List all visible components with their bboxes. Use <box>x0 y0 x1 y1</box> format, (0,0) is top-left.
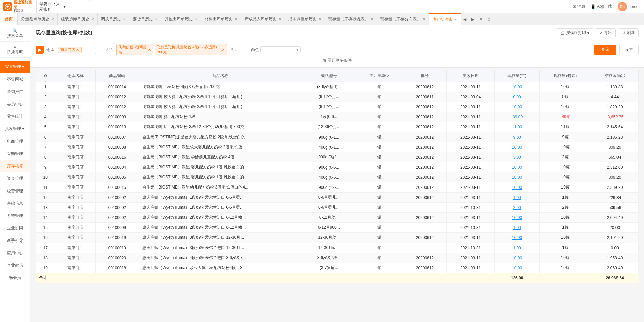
tab-close-icon[interactable]: ✕ <box>91 17 94 21</box>
sidebar-item-operation[interactable]: 经营管理 <box>0 185 30 197</box>
sidebar-item-retail-shop[interactable]: 零售商城 <box>0 73 30 86</box>
table-row: 5 南岸门店 00100013 飞鹤星飞帆 幼儿配方奶粉 3段(12-36个月幼… <box>36 122 639 132</box>
tab-diaopo[interactable]: 调拨单历史 ✕ <box>98 13 129 25</box>
row-qty-main[interactable]: 1.00 <box>494 223 539 233</box>
row-expire: 2021-03-11 <box>446 172 494 182</box>
app-download-button[interactable]: 📱 App下载 <box>591 4 612 9</box>
sidebar-item-system[interactable]: 系统管理 <box>0 210 30 222</box>
tab-close-icon[interactable]: ✕ <box>423 17 425 21</box>
tab-nav-next[interactable]: ▶ <box>469 13 477 25</box>
product-tag-container[interactable]: 飞鹤奶粉3段两提装 ✕ 飞鹤星飞帆 儿童奶粉 4段(3-6岁适用) 700克 ✕… <box>114 43 248 56</box>
row-qty-main[interactable]: 10.00 <box>494 182 539 193</box>
nav-selector[interactable]: 母婴行业演示账套 ▾ <box>36 0 90 13</box>
tab-close-icon[interactable]: ✕ <box>454 18 457 21</box>
sidebar-item-guide[interactable]: 新手引导 <box>0 234 30 247</box>
row-qty-main[interactable]: 10.00 <box>494 102 539 112</box>
sidebar-search[interactable]: 🔍 搜索菜单 <box>0 25 30 42</box>
btn-export[interactable]: ↗ 导出 <box>596 28 616 37</box>
message-button[interactable]: ✉ 消息 <box>573 4 585 9</box>
tab-close-icon[interactable]: ✕ <box>319 17 321 21</box>
row-qty-main[interactable]: 10.00 <box>494 253 539 263</box>
row-qty-main[interactable]: 2.00 <box>494 203 539 213</box>
message-icon: ✉ <box>573 4 576 9</box>
row-qty-main[interactable]: 3.00 <box>494 152 539 162</box>
expand-more[interactable]: ⊞ 展开更多条件 <box>36 56 639 65</box>
tab-close-icon[interactable]: ✕ <box>195 17 198 21</box>
tab-chengpin[interactable]: 产成品入库单历史 ✕ <box>241 13 285 25</box>
row-qty-main[interactable]: 10.00 <box>494 263 539 273</box>
product-more[interactable]: 飞... <box>228 47 238 53</box>
btn-query[interactable]: 查询 <box>594 45 616 55</box>
row-name: 飞鹤星飞帆 婴儿配方奶粉 1段 <box>139 112 302 122</box>
row-unit: 罐 <box>356 152 403 162</box>
row-qty-main[interactable]: 10.00 <box>494 172 539 182</box>
sidebar-item-marketing[interactable]: 营销推广 <box>0 86 30 98</box>
btn-refresh[interactable]: ↺ 刷新 <box>619 28 639 37</box>
sidebar-item-retail[interactable]: 零售管理 ▼ <box>0 61 30 73</box>
tab-zuzhang[interactable]: 组装拆卸单历史 ✕ <box>58 13 98 25</box>
tab-close-icon[interactable]: ✕ <box>279 17 281 21</box>
table-row: 1 南岸门店 00100014 飞鹤星飞帆 儿童奶粉 4段(3-6岁适用) 70… <box>36 82 639 92</box>
user-profile[interactable]: Ea demo2 <box>618 2 641 11</box>
sidebar-item-purchase[interactable]: 采购管理 <box>0 148 30 160</box>
tab-yaohuo[interactable]: 要货单历史 ✕ <box>129 13 161 25</box>
tab-fenliang[interactable]: 分量盘点单历史 ✕ <box>18 13 58 25</box>
row-unit: 罐 <box>356 253 403 263</box>
row-qty-main[interactable]: 0.00 <box>494 92 539 102</box>
sidebar-item-member2[interactable]: 畅会员 <box>0 272 30 284</box>
tab-nav-prev[interactable]: ◀ <box>461 13 469 25</box>
sidebar-item-basic[interactable]: 基础信息 <box>0 197 30 210</box>
tab-close-icon[interactable]: ✕ <box>155 17 158 21</box>
filter-toggle[interactable]: ▶ <box>36 46 44 54</box>
tab-close-icon[interactable]: ✕ <box>235 17 237 21</box>
color-container[interactable]: ▾ <box>260 46 301 53</box>
tab-home[interactable]: 首页 <box>0 13 18 25</box>
sidebar-quick-nav[interactable]: ≡ 快捷导航 <box>0 42 30 58</box>
btn-setting[interactable]: 设置 <box>619 45 639 55</box>
sidebar-item-finance[interactable]: 资金管理 <box>0 172 30 185</box>
row-qty-main[interactable]: -39.00 <box>494 112 539 122</box>
tab-xiancun-status[interactable]: 现存量（库存状况表） ✕ <box>325 13 377 25</box>
col-settings[interactable]: ⚙ <box>36 70 55 82</box>
header-actions: 🖨 按模板打印 ▾ ↗ 导出 ↺ 刷新 <box>557 28 639 37</box>
page-header: 现存量查询(按仓库+批次) 🖨 按模板打印 ▾ ↗ 导出 ↺ 刷新 <box>30 25 644 40</box>
row-qty-main[interactable]: 10.00 <box>494 162 539 172</box>
tab-close-icon[interactable]: ✕ <box>51 17 54 21</box>
settings-icon[interactable]: ⚙ <box>44 74 47 78</box>
sidebar-item-wholesale[interactable]: 批发管理 ▼ <box>0 123 30 135</box>
tab-chenben[interactable]: 成本调整单历史 ✕ <box>285 13 325 25</box>
btn-template-print[interactable]: 🖨 按模板打印 ▾ <box>557 28 593 37</box>
warehouse-tag-close[interactable]: ✕ <box>76 48 79 52</box>
product-tag-2-close[interactable]: ✕ <box>222 48 225 52</box>
sidebar-divider <box>0 59 30 59</box>
row-qty-main[interactable]: 1.00 <box>494 193 539 203</box>
sidebar-item-apps[interactable]: 应用中心 <box>0 247 30 259</box>
tab-close-all[interactable]: ✕ <box>477 13 485 25</box>
sidebar-item-enterprise[interactable]: 企业协同 <box>0 222 30 234</box>
row-qty-main[interactable]: 1.00 <box>494 243 539 253</box>
tab-close-icon[interactable]: ✕ <box>123 17 126 21</box>
product-tag-1-close[interactable]: ✕ <box>148 48 151 52</box>
row-qty-main[interactable]: 9.00 <box>494 132 539 142</box>
tab-cailiao[interactable]: 材料出库单历史 ✕ <box>201 13 241 25</box>
tab-xiancun-dist[interactable]: 现存量（库存分布表） ✕ <box>377 13 429 25</box>
row-qty-main[interactable]: 10.00 <box>494 233 539 243</box>
tab-expand[interactable]: □ <box>485 13 493 25</box>
warehouse-tag-container[interactable]: 南岸门店 ✕ <box>56 46 96 54</box>
sidebar-item-ecommerce[interactable]: 电商管理 <box>0 135 30 148</box>
row-unit: 罐 <box>356 82 403 92</box>
sidebar-item-retail-stat[interactable]: 零售统计 <box>0 110 30 123</box>
row-qty-main[interactable]: 10.00 <box>494 213 539 223</box>
tab-kucun-pici[interactable]: 库存批次账 ✕ <box>429 13 461 25</box>
row-qty-main[interactable]: 10.00 <box>494 82 539 92</box>
product-ellipsis[interactable]: ... <box>240 47 246 52</box>
sidebar-item-member[interactable]: 会员中心 <box>0 98 30 110</box>
row-qty-main[interactable]: 10.00 <box>494 142 539 152</box>
row-warehouse: 南岸门店 <box>55 263 96 273</box>
row-qty-main[interactable]: 11.00 <box>494 122 539 132</box>
tab-close-icon[interactable]: ✕ <box>371 17 373 21</box>
sidebar-item-wechat[interactable]: 企业微信 <box>0 259 30 272</box>
sidebar-item-inventory[interactable]: 库存核算 <box>0 160 30 172</box>
tab-qitachu[interactable]: 其他出库单历史 ✕ <box>161 13 201 25</box>
row-qty-pkg: 9罐 <box>539 132 591 142</box>
